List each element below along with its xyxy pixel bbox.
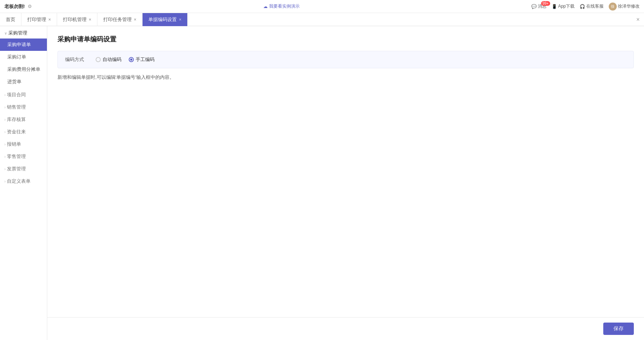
message-icon: 💬: [531, 4, 537, 9]
sidebar-group-capital: › 资金往来: [0, 125, 47, 137]
save-button[interactable]: 保存: [603, 323, 634, 335]
online-service-button[interactable]: 🎧 在线客服: [580, 3, 604, 9]
chevron-down-icon: ∨: [4, 31, 7, 35]
tab-close-print-task[interactable]: ×: [134, 17, 136, 22]
chevron-right-icon-6: ›: [4, 155, 5, 159]
chevron-right-icon-2: ›: [4, 105, 5, 109]
main-layout: ∨ 采购管理 采购申请单 采购订单 采购费用分摊单 进货单 › 项目合同: [0, 26, 644, 340]
tab-document-code-label: 单据编码设置: [148, 16, 177, 23]
cloud-icon: ☁: [263, 4, 268, 9]
encoding-section: 编码方式 自动编码 手工编码: [57, 51, 634, 68]
app-logo: 老板勿割!: [4, 3, 25, 10]
description-text: 新增和编辑单据时,可以编辑'单据编号'输入框中的内容。: [57, 74, 634, 81]
chevron-right-icon-8: ›: [4, 179, 5, 183]
sidebar-item-goods-receipt[interactable]: 进货单: [0, 76, 47, 88]
tab-print-management[interactable]: 打印管理 ×: [21, 13, 57, 26]
chevron-right-icon-7: ›: [4, 167, 5, 171]
sidebar-group-sales-title[interactable]: › 销售管理: [0, 100, 47, 113]
sidebar-group-purchase-title[interactable]: ∨ 采购管理: [0, 26, 47, 39]
top-bar-right: 💬 消息 99+ 📱 App下载 🎧 在线客服 徐 徐泽华修改: [531, 3, 640, 11]
sidebar-group-invoice: › 发票管理: [0, 162, 47, 174]
footer: 保存: [47, 317, 644, 340]
tab-print-task[interactable]: 打印任务管理 ×: [97, 13, 143, 26]
headset-icon: 🎧: [580, 4, 585, 9]
tab-close-document-code[interactable]: ×: [179, 17, 181, 22]
chevron-right-icon: ›: [4, 93, 5, 97]
sidebar-group-expense: › 报销单: [0, 137, 47, 150]
message-button[interactable]: 💬 消息 99+: [531, 3, 547, 9]
page-title: 采购申请单编码设置: [57, 35, 634, 44]
tab-bar-close-all[interactable]: ×: [632, 16, 644, 23]
announcement-text[interactable]: 我要看实例演示: [269, 3, 300, 9]
top-bar-center: ☁ 我要看实例演示: [263, 3, 300, 9]
tab-close-printer[interactable]: ×: [89, 17, 91, 22]
tab-home[interactable]: 首页: [0, 13, 21, 26]
sidebar-group-invoice-title[interactable]: › 发票管理: [0, 162, 47, 174]
chevron-right-icon-3: ›: [4, 118, 5, 122]
encoding-radio-group: 自动编码 手工编码: [96, 56, 155, 63]
sidebar-group-purchase: ∨ 采购管理 采购申请单 采购订单 采购费用分摊单 进货单: [0, 26, 47, 88]
sidebar-group-purchase-label: 采购管理: [8, 30, 27, 36]
sidebar-item-purchase-expense[interactable]: 采购费用分摊单: [0, 63, 47, 76]
tab-printer-label: 打印机管理: [63, 16, 87, 23]
tab-bar: 首页 打印管理 × 打印机管理 × 打印任务管理 × 单据编码设置 × ×: [0, 13, 644, 26]
sidebar-item-purchase-request[interactable]: 采购申请单: [0, 39, 47, 51]
tab-document-code[interactable]: 单据编码设置 ×: [143, 13, 188, 26]
radio-auto-circle: [96, 57, 101, 62]
chevron-right-icon-4: ›: [4, 130, 5, 134]
tab-close-print[interactable]: ×: [48, 17, 51, 22]
settings-icon[interactable]: ⚙: [28, 4, 32, 9]
chevron-right-icon-5: ›: [4, 142, 5, 146]
tab-printer-management[interactable]: 打印机管理 ×: [57, 13, 97, 26]
sidebar-group-project-title[interactable]: › 项目合同: [0, 88, 47, 100]
encoding-label: 编码方式: [65, 56, 84, 63]
app-icon: 📱: [552, 4, 557, 9]
auto-code-label: 自动编码: [103, 56, 121, 63]
user-profile[interactable]: 徐 徐泽华修改: [609, 3, 640, 11]
main-content: 采购申请单编码设置 编码方式 自动编码 手工编码: [47, 26, 644, 340]
tab-print-task-label: 打印任务管理: [103, 16, 132, 23]
tab-home-label: 首页: [6, 16, 15, 23]
app-download-button[interactable]: 📱 App下载: [552, 3, 575, 9]
sidebar-group-custom: › 自定义表单: [0, 174, 47, 187]
sidebar-group-retail-title[interactable]: › 零售管理: [0, 150, 47, 162]
content-area: 采购申请单编码设置 编码方式 自动编码 手工编码: [47, 26, 644, 317]
message-badge: 99+: [541, 1, 550, 6]
sidebar-group-project: › 项目合同: [0, 88, 47, 100]
top-bar: 老板勿割! ⚙ ☁ 我要看实例演示 💬 消息 99+ 📱 App下载 🎧 在线客…: [0, 0, 644, 13]
sidebar-group-capital-title[interactable]: › 资金往来: [0, 125, 47, 137]
sidebar-group-inventory-title[interactable]: › 库存核算: [0, 113, 47, 125]
radio-auto-code[interactable]: 自动编码: [96, 56, 121, 63]
radio-manual-code[interactable]: 手工编码: [129, 56, 155, 63]
sidebar-group-sales: › 销售管理: [0, 100, 47, 113]
top-bar-left: 老板勿割! ⚙: [4, 3, 32, 10]
avatar: 徐: [609, 3, 617, 11]
radio-manual-circle: [129, 57, 134, 62]
manual-code-label: 手工编码: [136, 56, 155, 63]
sidebar: ∨ 采购管理 采购申请单 采购订单 采购费用分摊单 进货单 › 项目合同: [0, 26, 47, 340]
sidebar-group-custom-title[interactable]: › 自定义表单: [0, 174, 47, 187]
sidebar-group-inventory: › 库存核算: [0, 113, 47, 125]
tab-print-label: 打印管理: [27, 16, 46, 23]
sidebar-group-retail: › 零售管理: [0, 150, 47, 162]
sidebar-group-expense-title[interactable]: › 报销单: [0, 137, 47, 150]
sidebar-item-purchase-order[interactable]: 采购订单: [0, 51, 47, 63]
